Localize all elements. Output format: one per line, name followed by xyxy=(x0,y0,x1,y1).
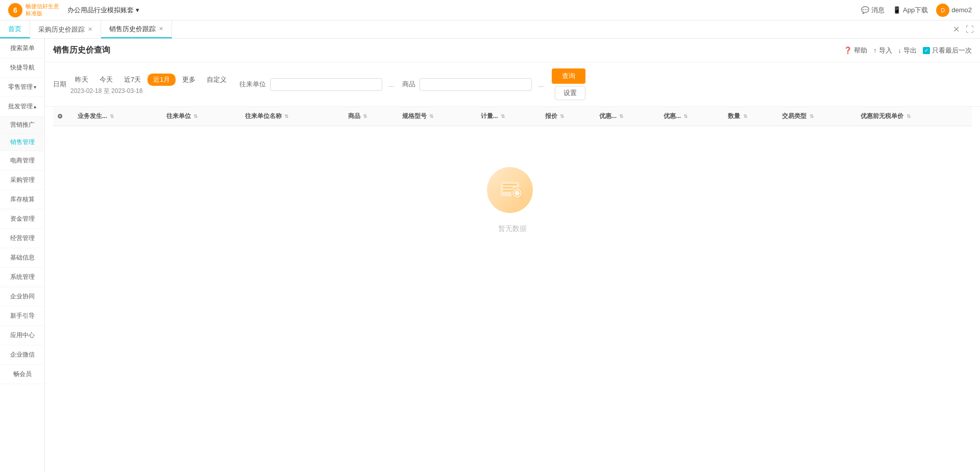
th-discount1[interactable]: 优惠... ⇅ xyxy=(595,107,659,126)
svg-rect-2 xyxy=(503,184,517,185)
goods-filter-group: 商品 ... xyxy=(402,78,544,91)
sidebar-item-ecommerce[interactable]: 电商管理 xyxy=(0,151,44,171)
phone-icon: 📱 xyxy=(893,6,901,14)
only-last-checkbox[interactable]: ✓ 只看最后一次 xyxy=(923,46,972,55)
table-header: ⚙ 业务发生... ⇅ 往来单位 ⇅ 往来单位名称 ⇅ xyxy=(53,107,972,126)
logo-icon: 6 xyxy=(8,3,22,17)
table-area: ⚙ 业务发生... ⇅ 往来单位 ⇅ 往来单位名称 ⇅ xyxy=(45,107,980,282)
sidebar-system-label: 系统管理 xyxy=(10,273,35,280)
th-biz-date[interactable]: 业务发生... ⇅ xyxy=(74,107,162,126)
th-goods[interactable]: 商品 ⇅ xyxy=(344,107,398,126)
sidebar-item-marketing[interactable]: 营销推广 xyxy=(0,116,44,134)
sidebar-operation-label: 经营管理 xyxy=(10,234,35,242)
sidebar-item-wechat[interactable]: 企业微信 xyxy=(0,345,44,365)
date-range: 2023-02-18 至 2023-03-18 xyxy=(70,87,231,96)
user-menu[interactable]: D demo2 xyxy=(936,4,972,17)
topbar: 6 畅捷信好生意 标准版 办公用品行业模拟账套 ▾ 💬 消息 📱 App下载 D… xyxy=(0,0,980,20)
date-btn-more[interactable]: 更多 xyxy=(178,74,200,86)
sidebar-item-appstore[interactable]: 应用中心 xyxy=(0,326,44,345)
import-btn[interactable]: ↑ 导入 xyxy=(873,46,892,55)
export-btn[interactable]: ↓ 导出 xyxy=(898,46,917,55)
close-all-btn[interactable]: ✕ xyxy=(953,25,960,34)
tab-home-label: 首页 xyxy=(8,25,21,34)
sort-icon: ⇅ xyxy=(683,113,688,119)
sort-icon: ⇅ xyxy=(193,113,198,119)
sidebar-ecommerce-label: 电商管理 xyxy=(10,157,35,164)
sidebar-item-guide[interactable]: 新手引导 xyxy=(0,306,44,326)
sort-icon: ⇅ xyxy=(560,113,564,119)
th-tax-price[interactable]: 优惠前无税单价 ⇅ xyxy=(856,107,972,126)
sidebar-item-corp[interactable]: 企业协同 xyxy=(0,287,44,306)
date-btn-1month[interactable]: 近1月 xyxy=(148,74,176,86)
th-settings[interactable]: ⚙ xyxy=(53,107,74,126)
sidebar-item-finance[interactable]: 资金管理 xyxy=(0,209,44,229)
empty-illustration xyxy=(487,167,533,213)
filter-row: 日期 昨天 今天 近7天 近1月 更多 自定义 2023-02-18 至 202… xyxy=(53,68,972,100)
help-btn[interactable]: ❓ 帮助 xyxy=(844,46,867,55)
tab-purchase-close[interactable]: ✕ xyxy=(88,26,92,33)
filter-area: 日期 昨天 今天 近7天 近1月 更多 自定义 2023-02-18 至 202… xyxy=(45,62,980,107)
th-partner-name[interactable]: 往来单位名称 ⇅ xyxy=(241,107,344,126)
message-btn[interactable]: 💬 消息 xyxy=(861,6,885,15)
settings-button[interactable]: 设置 xyxy=(555,86,585,100)
tab-sales[interactable]: 销售历史价跟踪 ✕ xyxy=(101,20,172,38)
sidebar-basic-label: 基础信息 xyxy=(10,254,35,261)
tab-home[interactable]: 首页 xyxy=(0,20,30,38)
data-table: ⚙ 业务发生... ⇅ 往来单位 ⇅ 往来单位名称 ⇅ xyxy=(53,107,972,126)
logo-area: 6 畅捷信好生意 标准版 xyxy=(8,3,59,17)
th-qty[interactable]: 数量 ⇅ xyxy=(724,107,778,126)
settings-icon: ⚙ xyxy=(57,113,63,120)
date-btn-custom[interactable]: 自定义 xyxy=(202,74,231,86)
page-actions: ❓ 帮助 ↑ 导入 ↓ 导出 ✓ 只看最后一次 xyxy=(844,46,972,55)
sidebar-item-basic[interactable]: 基础信息 xyxy=(0,248,44,268)
avatar: D xyxy=(936,4,949,17)
th-unit[interactable]: 计量... ⇅ xyxy=(477,107,541,126)
logo-text: 畅捷信好生意 标准版 xyxy=(26,3,59,16)
th-trade-type[interactable]: 交易类型 ⇅ xyxy=(778,107,856,126)
sort-icon: ⇅ xyxy=(810,113,814,119)
th-partner-code[interactable]: 往来单位 ⇅ xyxy=(162,107,241,126)
tab-sales-close[interactable]: ✕ xyxy=(159,26,163,32)
page-title: 销售历史价查询 xyxy=(53,45,110,56)
account-selector[interactable]: 办公用品行业模拟账套 ▾ xyxy=(63,4,143,17)
partner-input[interactable] xyxy=(270,78,382,91)
sidebar-item-member[interactable]: 畅会员 xyxy=(0,365,44,384)
partner-label: 往来单位 xyxy=(239,80,266,89)
th-spec[interactable]: 规格型号 ⇅ xyxy=(398,107,477,126)
sort-icon: ⇅ xyxy=(619,113,623,119)
sidebar-item-purchase[interactable]: 采购管理 xyxy=(0,171,44,190)
page-title-row: 销售历史价查询 ❓ 帮助 ↑ 导入 ↓ 导出 ✓ xyxy=(53,45,972,56)
goods-dots-btn[interactable]: ... xyxy=(538,81,544,88)
sort-icon: ⇅ xyxy=(501,113,505,119)
sidebar-item-operation[interactable]: 经营管理 xyxy=(0,229,44,248)
search-button[interactable]: 查询 xyxy=(552,68,585,84)
chevron-down-icon: ▾ xyxy=(34,84,36,90)
sidebar-item-system[interactable]: 系统管理 xyxy=(0,268,44,287)
sidebar-item-inventory[interactable]: 库存核算 xyxy=(0,190,44,209)
th-discount2[interactable]: 优惠... ⇅ xyxy=(659,107,724,126)
sidebar-item-shortcut[interactable]: 快捷导航 xyxy=(0,58,44,78)
tab-purchase[interactable]: 采购历史价跟踪 ✕ xyxy=(30,20,101,38)
goods-input[interactable] xyxy=(420,78,532,91)
sidebar-sales-label: 销售管理 xyxy=(10,138,35,146)
app-download-btn[interactable]: 📱 App下载 xyxy=(893,6,928,15)
main-content: 销售历史价查询 ❓ 帮助 ↑ 导入 ↓ 导出 ✓ xyxy=(45,39,980,472)
sort-icon: ⇅ xyxy=(429,113,433,119)
page-header: 销售历史价查询 ❓ 帮助 ↑ 导入 ↓ 导出 ✓ xyxy=(45,39,980,62)
sidebar-retail-label: 零售管理 xyxy=(8,83,33,91)
partner-dots-btn[interactable]: ... xyxy=(388,81,394,88)
message-icon: 💬 xyxy=(861,6,869,14)
th-price[interactable]: 报价 ⇅ xyxy=(541,107,595,126)
svg-line-7 xyxy=(520,197,522,199)
date-btn-yesterday[interactable]: 昨天 xyxy=(70,74,93,86)
sidebar-item-wholesale[interactable]: 批发管理 ▴ xyxy=(0,97,44,116)
sidebar-appstore-label: 应用中心 xyxy=(10,332,35,339)
sidebar-item-search[interactable]: 搜索菜单 xyxy=(0,39,44,58)
sidebar-item-retail[interactable]: 零售管理 ▾ xyxy=(0,78,44,97)
date-btn-7days[interactable]: 近7天 xyxy=(119,74,145,86)
help-icon: ❓ xyxy=(844,46,852,54)
maximize-btn[interactable]: ⛶ xyxy=(966,25,974,34)
sidebar-item-sales[interactable]: 销售管理 xyxy=(0,134,44,151)
goods-label: 商品 xyxy=(402,80,415,89)
date-btn-today[interactable]: 今天 xyxy=(95,74,117,86)
